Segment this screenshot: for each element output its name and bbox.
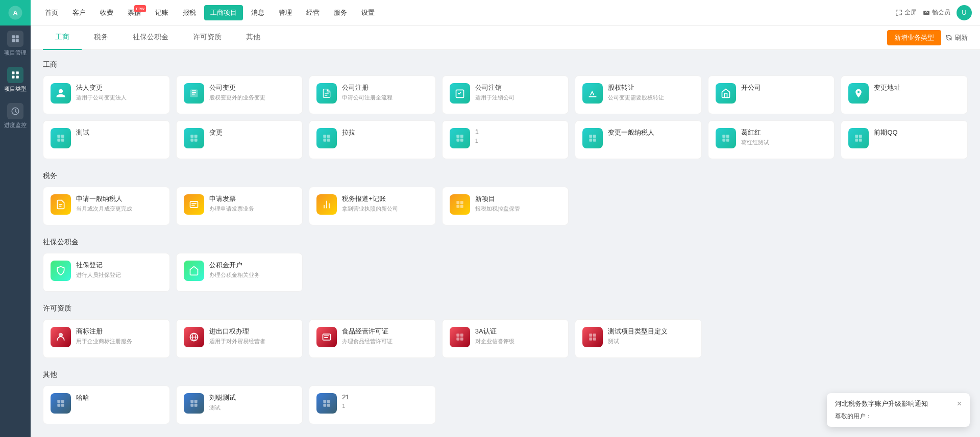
card-housing-fund[interactable]: 公积金开户 办理公积金相关业务 (176, 253, 303, 292)
card-info-company-change: 公司变更 股权变更外的业务变更 (209, 83, 296, 101)
nav-manage[interactable]: 管理 (273, 5, 298, 20)
card-name-qq: 前期QQ (874, 128, 960, 137)
svg-rect-64 (323, 400, 326, 403)
card-1[interactable]: 1 1 (442, 120, 569, 159)
tab-shebao[interactable]: 社保公积金 (120, 25, 181, 50)
card-icon-company-register (316, 83, 337, 104)
svg-rect-16 (61, 139, 64, 142)
card-name-trademark: 商标注册 (76, 327, 162, 336)
card-info-company-cancel: 公司注销 适用于注销公司 (475, 83, 561, 101)
svg-rect-55 (593, 338, 596, 341)
svg-rect-66 (323, 404, 326, 407)
nav-bookkeeping[interactable]: 记账 (149, 5, 175, 20)
nav-tax[interactable]: 报税 (177, 5, 202, 20)
nav-customer[interactable]: 客户 (66, 5, 92, 20)
card-liucong-test[interactable]: 刘聪测试 测试 (176, 385, 303, 424)
card-open-company[interactable]: 开公司 (708, 75, 835, 114)
card-change-address[interactable]: 变更地址 (841, 75, 968, 114)
card-change-taxpayer[interactable]: 变更一般纳税人 (575, 120, 702, 159)
svg-rect-4 (12, 39, 15, 42)
card-faren-biangeng[interactable]: 法人变更 适用于公司变更法人 (43, 75, 170, 114)
card-tax-report[interactable]: 税务报道+记账 拿到营业执照的新公司 (309, 187, 436, 225)
nav-home[interactable]: 首页 (39, 5, 64, 20)
vip-btn[interactable]: 畅会员 (923, 8, 950, 17)
refresh-button[interactable]: 刷新 (945, 33, 968, 42)
card-icon-test (51, 128, 71, 148)
card-desc-company-register: 申请公司注册全流程 (342, 94, 428, 101)
card-change[interactable]: 变更 (176, 120, 303, 159)
svg-rect-60 (190, 400, 193, 403)
card-name-test: 测试 (76, 128, 162, 137)
tab-xuke[interactable]: 许可资质 (181, 25, 234, 50)
card-21[interactable]: 21 1 (309, 385, 436, 424)
section-title-shuiwu: 税务 (43, 171, 968, 181)
svg-rect-35 (722, 139, 725, 142)
card-ge-honghong[interactable]: 葛红红 葛红红测试 (708, 120, 835, 159)
card-desc-faren: 适用于公司变更法人 (76, 94, 162, 101)
card-info-liucong: 刘聪测试 测试 (209, 393, 296, 412)
card-info-3a: 3A认证 对企业信誉评级 (475, 327, 561, 345)
card-food-license[interactable]: 食品经营许可证 办理食品经营许可证 (309, 319, 436, 358)
card-icon-1 (450, 128, 470, 148)
card-3a-cert[interactable]: 3A认证 对企业信誉评级 (442, 319, 569, 358)
sidebar-item-project-type[interactable]: 项目类型 (0, 62, 31, 98)
card-company-register[interactable]: 公司注册 申请公司注册全流程 (309, 75, 436, 114)
nav-ticket[interactable]: 票据 new (121, 5, 147, 20)
svg-rect-43 (460, 201, 463, 204)
card-icon-food (316, 327, 337, 347)
card-import-export[interactable]: 进出口权办理 适用于对外贸易经营者 (176, 319, 303, 358)
user-avatar[interactable]: U (957, 5, 972, 20)
section-title-other: 其他 (43, 370, 968, 379)
svg-rect-6 (12, 71, 14, 74)
card-desc-1: 1 (475, 137, 561, 145)
card-icon-import-export (184, 327, 204, 347)
card-lala[interactable]: 拉拉 (309, 120, 436, 159)
nav-fee[interactable]: 收费 (94, 5, 119, 20)
card-desc-trademark: 用于企业商标注册服务 (76, 338, 162, 345)
svg-rect-51 (460, 338, 463, 341)
sidebar-item-project-manage[interactable]: 项目管理 (0, 25, 31, 62)
card-equity-transfer[interactable]: 股权转让 公司变更需要股权转让 (575, 75, 702, 114)
svg-rect-25 (456, 135, 459, 138)
nav-bizproject[interactable]: 工商项目 (204, 5, 243, 20)
card-social-insurance[interactable]: 社保登记 进行人员社保登记 (43, 253, 170, 292)
notification-title: 河北税务数字账户升级影响通知 (835, 399, 928, 408)
tab-gongshang[interactable]: 工商 (43, 25, 82, 50)
nav-settings[interactable]: 设置 (355, 5, 381, 20)
card-info-change: 变更 (209, 128, 296, 139)
card-icon-change-taxpayer (582, 128, 603, 148)
nav-message[interactable]: 消息 (245, 5, 271, 20)
card-haha[interactable]: 哈哈 (43, 385, 170, 424)
card-apply-invoice[interactable]: 申请发票 办理申请发票业务 (176, 187, 303, 225)
sidebar: A 项目管理 项目类型 进度监控 (0, 0, 31, 437)
new-type-button[interactable]: 新增业务类型 (887, 30, 941, 45)
card-company-cancel[interactable]: 公司注销 适用于注销公司 (442, 75, 569, 114)
sidebar-item-progress[interactable]: 进度监控 (0, 98, 31, 134)
svg-rect-17 (190, 135, 193, 138)
card-apply-taxpayer[interactable]: 申请一般纳税人 当月或次月成变更完成 (43, 187, 170, 225)
card-company-change[interactable]: 公司变更 股权变更外的业务变更 (176, 75, 303, 114)
progress-icon (7, 103, 23, 119)
card-icon-faren (51, 83, 71, 104)
card-test-type[interactable]: 测试项目类型目定义 测试 (575, 319, 702, 358)
svg-rect-42 (456, 201, 459, 204)
app-logo[interactable]: A (0, 0, 31, 25)
svg-rect-67 (327, 404, 330, 407)
card-info-social: 社保登记 进行人员社保登记 (76, 261, 162, 279)
fullscreen-btn[interactable]: 全屏 (895, 8, 917, 17)
card-trademark[interactable]: 商标注册 用于企业商标注册服务 (43, 319, 170, 358)
card-test[interactable]: 测试 (43, 120, 170, 159)
notification-close-btn[interactable]: × (957, 399, 962, 408)
tab-other[interactable]: 其他 (234, 25, 273, 50)
nav-operation[interactable]: 经营 (300, 5, 326, 20)
card-info-import-export: 进出口权办理 适用于对外贸易经营者 (209, 327, 296, 345)
new-badge-label: new (134, 5, 146, 12)
svg-rect-45 (460, 205, 463, 208)
card-new-project[interactable]: 新项目 报税加税控盘保管 (442, 187, 569, 225)
section-title-shebao: 社保公积金 (43, 238, 968, 247)
page-content: 工商 税务 社保公积金 许可资质 其他 新增业务类型 刷新 工商 (31, 25, 980, 437)
tab-shuiwu[interactable]: 税务 (82, 25, 120, 50)
card-qianqi-qq[interactable]: 前期QQ (841, 120, 968, 159)
card-info-apply-invoice: 申请发票 办理申请发票业务 (209, 194, 296, 213)
nav-service[interactable]: 服务 (328, 5, 353, 20)
